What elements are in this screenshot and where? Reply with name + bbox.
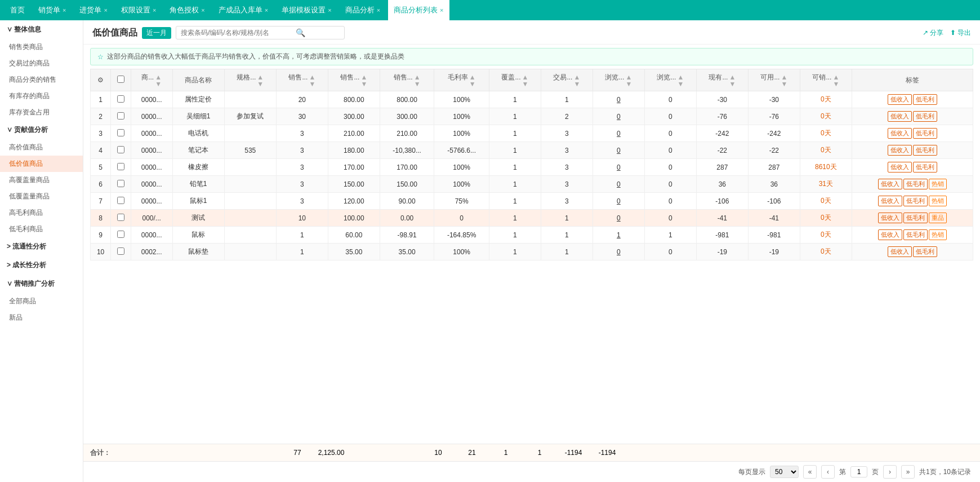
row-checkbox[interactable] <box>117 146 124 153</box>
sidebar-item[interactable]: 销售类商品 <box>0 39 83 55</box>
cell-num: 6 <box>91 176 111 193</box>
col-header-cover[interactable]: 覆盖...▲▼ <box>489 69 541 91</box>
cell-available: 287 <box>748 159 800 176</box>
nav-item[interactable]: 产成品入库单× <box>213 0 274 20</box>
browse-link[interactable]: 0 <box>617 248 621 256</box>
page-size-select[interactable]: 102050100 <box>770 466 799 478</box>
sidebar-item[interactable]: 商品分类的销售 <box>0 72 83 88</box>
col-header-tags[interactable]: 标签 <box>852 69 973 91</box>
row-checkbox[interactable] <box>117 214 124 221</box>
select-all-checkbox[interactable] <box>117 76 124 83</box>
col-header-code[interactable]: 商...▲▼ <box>131 69 172 91</box>
table-row: 100002...鼠标垫135.0035.00100%1100-19-190天低… <box>91 244 973 260</box>
period-tag-button[interactable]: 近一月 <box>142 27 171 39</box>
sidebar-item[interactable]: 新品 <box>0 309 83 326</box>
nav-item[interactable]: 权限设置× <box>115 0 162 20</box>
page-size-label: 每页显示 <box>738 467 765 477</box>
browse-link[interactable]: 0 <box>617 180 621 188</box>
sidebar-item[interactable]: 库存资金占用 <box>0 104 83 121</box>
browse-link[interactable]: 0 <box>617 113 621 121</box>
browse-link[interactable]: 0 <box>617 163 621 171</box>
close-icon[interactable]: × <box>328 7 331 14</box>
tag-badge: 低收入 <box>888 145 912 156</box>
cell-browse1: 0 <box>593 142 644 159</box>
sidebar-item[interactable]: 低毛利商品 <box>0 221 83 237</box>
col-header-sales_price[interactable]: 销售...▲▼ <box>328 69 380 91</box>
sidebar-group-title[interactable]: ∨ 营销推广分析 <box>0 275 83 293</box>
tag-badge: 低收入 <box>888 162 912 173</box>
browse-link[interactable]: 0 <box>617 130 621 138</box>
col-header-gross_rate[interactable]: 毛利率▲▼ <box>434 69 489 91</box>
browse-link[interactable]: 0 <box>617 96 621 104</box>
sort-arrows: ▲▼ <box>257 74 264 87</box>
export-button[interactable]: ⬆ 导出 <box>950 28 971 38</box>
col-header-browse2[interactable]: 浏览...▲▼ <box>644 69 696 91</box>
browse-link[interactable]: 0 <box>617 214 621 222</box>
row-checkbox[interactable] <box>117 95 124 103</box>
browse-link[interactable]: 0 <box>617 197 621 205</box>
close-icon[interactable]: × <box>153 7 156 14</box>
nav-item[interactable]: 销货单× <box>33 0 72 20</box>
col-header-saleable[interactable]: 可销...▲▼ <box>800 69 852 91</box>
col-header-spec[interactable]: 规格...▲▼ <box>224 69 276 91</box>
close-icon[interactable]: × <box>440 7 443 14</box>
page-arrow-next[interactable]: › <box>883 465 897 479</box>
col-header-sales_amount[interactable]: 销售...▲▼ <box>380 69 434 91</box>
col-header-checkbox[interactable] <box>111 69 131 91</box>
page-number-input[interactable] <box>850 466 867 477</box>
close-icon[interactable]: × <box>63 7 66 14</box>
col-header-name[interactable]: 商品名称 <box>172 69 224 91</box>
row-checkbox[interactable] <box>117 112 124 120</box>
nav-item[interactable]: 商品分析列表× <box>388 0 449 20</box>
nav-item[interactable]: 角色授权× <box>164 0 210 20</box>
close-icon[interactable]: × <box>104 7 107 14</box>
sort-arrows: ▲▼ <box>781 74 787 87</box>
sidebar-item[interactable]: 低覆盖量商品 <box>0 188 83 205</box>
sidebar-item[interactable]: 高覆盖量商品 <box>0 172 83 188</box>
sidebar-group-title[interactable]: ∨ 贡献值分析 <box>0 121 83 139</box>
col-header-browse1[interactable]: 浏览...▲▼ <box>593 69 644 91</box>
close-icon[interactable]: × <box>265 7 268 14</box>
share-button[interactable]: ↗ 分享 <box>923 28 943 38</box>
sidebar-group-title[interactable]: > 流通性分析 <box>0 237 83 256</box>
cell-browse1: 1 <box>593 227 644 244</box>
page-arrow-first[interactable]: « <box>803 465 817 479</box>
nav-item[interactable]: 首页 <box>5 0 30 20</box>
sidebar-item[interactable]: 高毛利商品 <box>0 205 83 221</box>
col-header-settings[interactable]: ⚙ <box>91 69 111 91</box>
row-checkbox[interactable] <box>117 197 124 204</box>
sidebar-item[interactable]: 低价值商品 <box>0 156 83 172</box>
nav-item[interactable]: 进货单× <box>74 0 113 20</box>
cell-checkbox <box>111 193 131 210</box>
sidebar-group-title[interactable]: ∨ 整体信息 <box>0 20 83 39</box>
sidebar-item[interactable]: 交易过的商品 <box>0 55 83 72</box>
close-icon[interactable]: × <box>377 7 380 14</box>
nav-item[interactable]: 单据模板设置× <box>276 0 337 20</box>
col-header-available[interactable]: 可用...▲▼ <box>748 69 800 91</box>
sidebar-item[interactable]: 有库存的商品 <box>0 88 83 104</box>
row-checkbox[interactable] <box>117 231 124 238</box>
row-checkbox[interactable] <box>117 247 124 255</box>
cell-code: 0000... <box>131 142 172 159</box>
col-header-trade[interactable]: 交易...▲▼ <box>541 69 593 91</box>
page-arrow-prev[interactable]: ‹ <box>821 465 835 479</box>
close-icon[interactable]: × <box>201 7 204 14</box>
nav-item[interactable]: 商品分析× <box>340 0 386 20</box>
row-checkbox[interactable] <box>117 180 124 187</box>
browse-link[interactable]: 0 <box>617 147 621 154</box>
search-input[interactable] <box>181 29 293 37</box>
sidebar-item[interactable]: 高价值商品 <box>0 139 83 156</box>
row-checkbox[interactable] <box>117 129 124 136</box>
page-arrow-last[interactable]: » <box>901 465 915 479</box>
cell-trade: 1 <box>541 244 593 260</box>
browse-link[interactable]: 1 <box>617 231 621 239</box>
sidebar-item[interactable]: 全部商品 <box>0 293 83 309</box>
col-header-sales_qty[interactable]: 销售...▲▼ <box>276 69 328 91</box>
search-icon[interactable]: 🔍 <box>296 28 305 37</box>
tag-badge: 低毛利 <box>913 145 937 156</box>
sidebar-group-label: ∨ 营销推广分析 <box>7 279 55 289</box>
col-header-current[interactable]: 现有...▲▼ <box>696 69 748 91</box>
row-checkbox[interactable] <box>117 163 124 170</box>
cell-browse1: 0 <box>593 159 644 176</box>
sidebar-group-title[interactable]: > 成长性分析 <box>0 256 83 275</box>
